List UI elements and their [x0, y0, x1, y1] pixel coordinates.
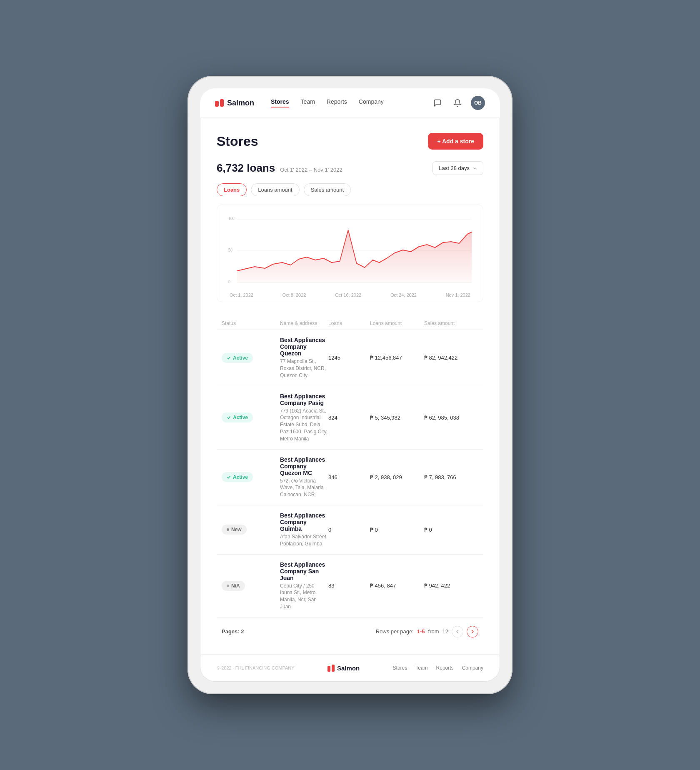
- stats-count: 6,732 loans Oct 1' 2022 – Nov 1' 2022: [217, 162, 342, 175]
- chart-container: 100 50 0: [217, 205, 483, 302]
- add-store-button[interactable]: + Add a store: [428, 133, 483, 150]
- loans-amount-cell: ₱ 0: [370, 527, 424, 533]
- loans-amount-cell: ₱ 2, 938, 029: [370, 474, 424, 480]
- nav-actions: OB: [431, 96, 485, 110]
- col-sales-amount: Sales amount: [424, 320, 478, 326]
- loans-cell: 346: [328, 474, 370, 480]
- loans-cell: 1245: [328, 355, 370, 361]
- nav-stores[interactable]: Stores: [271, 98, 289, 108]
- pagination-prev-button[interactable]: [452, 626, 463, 638]
- stats-period: Oct 1' 2022 – Nov 1' 2022: [280, 167, 342, 173]
- status-badge: Active: [222, 472, 253, 482]
- table-row[interactable]: N/A Best Appliances Company San Juan Ceb…: [217, 555, 483, 618]
- user-avatar[interactable]: OB: [471, 96, 485, 110]
- x-label-4: Oct 24, 2022: [390, 292, 417, 298]
- loans-count: 6,732 loans: [217, 162, 275, 175]
- page-header: Stores + Add a store: [217, 133, 483, 150]
- loans-cell: 0: [328, 527, 370, 533]
- sales-amount-cell: ₱ 0: [424, 527, 478, 533]
- table-header: Status Name & address Loans Loans amount…: [217, 317, 483, 330]
- table-row[interactable]: Active Best Appliances Company Quezon MC…: [217, 450, 483, 505]
- name-cell: Best Appliances Company Pasig 779 (162) …: [280, 393, 328, 442]
- sales-amount-cell: ₱ 942, 422: [424, 582, 478, 589]
- status-badge: N/A: [222, 581, 245, 591]
- name-cell: Best Appliances Company Guimba Afan Salv…: [280, 512, 328, 548]
- footer-logo: Salmon: [328, 665, 360, 672]
- pagination-next-button[interactable]: [467, 626, 478, 638]
- nav-team[interactable]: Team: [301, 98, 315, 108]
- status-cell: Active: [222, 412, 280, 422]
- chart-svg: 100 50 0: [225, 213, 475, 288]
- status-badge: New: [222, 525, 247, 535]
- chat-icon[interactable]: [431, 96, 444, 110]
- main-content: Stores + Add a store 6,732 loans Oct 1' …: [200, 118, 500, 654]
- status-cell: N/A: [222, 581, 280, 591]
- col-status: Status: [222, 320, 280, 326]
- x-label-1: Oct 1, 2022: [230, 292, 253, 298]
- pagination-pages: Pages: 2: [222, 628, 244, 635]
- footer-nav-team[interactable]: Team: [415, 665, 428, 671]
- nav-links: Stores Team Reports Company: [271, 98, 431, 108]
- pagination: Pages: 2 Rows per page: 1-5 from 12: [217, 618, 483, 638]
- tab-loans-amount[interactable]: Loans amount: [251, 183, 299, 196]
- logo[interactable]: Salmon: [215, 99, 254, 108]
- page-title: Stores: [217, 134, 258, 149]
- date-filter-button[interactable]: Last 28 days: [432, 161, 483, 175]
- nav-company[interactable]: Company: [359, 98, 384, 108]
- navbar: Salmon Stores Team Reports Company OB: [200, 88, 500, 118]
- footer-nav: Stores Team Reports Company: [393, 665, 483, 671]
- tab-loans[interactable]: Loans: [217, 183, 247, 196]
- x-label-5: Nov 1, 2022: [446, 292, 470, 298]
- table-row[interactable]: Active Best Appliances Company Quezon 77…: [217, 330, 483, 386]
- loans-cell: 824: [328, 415, 370, 421]
- footer-nav-reports[interactable]: Reports: [436, 665, 454, 671]
- loans-amount-cell: ₱ 5, 345,982: [370, 415, 424, 421]
- status-badge: Active: [222, 412, 253, 422]
- footer-nav-company[interactable]: Company: [462, 665, 483, 671]
- stores-table: Status Name & address Loans Loans amount…: [217, 317, 483, 618]
- footer-copyright: © 2022 · FHL FINANCING COMPANY: [217, 665, 295, 670]
- table-row[interactable]: New Best Appliances Company Guimba Afan …: [217, 505, 483, 555]
- status-cell: Active: [222, 472, 280, 482]
- nav-reports[interactable]: Reports: [327, 98, 347, 108]
- x-label-3: Oct 16, 2022: [335, 292, 361, 298]
- x-label-2: Oct 8, 2022: [282, 292, 306, 298]
- svg-text:100: 100: [228, 216, 235, 221]
- loans-amount-cell: ₱ 12,456,847: [370, 355, 424, 361]
- loans-cell: 83: [328, 582, 370, 589]
- table-row[interactable]: Active Best Appliances Company Pasig 779…: [217, 386, 483, 450]
- footer-logo-icon: [328, 665, 335, 672]
- footer: © 2022 · FHL FINANCING COMPANY Salmon St…: [200, 654, 500, 682]
- footer-logo-text: Salmon: [337, 665, 360, 672]
- name-cell: Best Appliances Company Quezon MC 572, c…: [280, 456, 328, 498]
- loans-amount-cell: ₱ 456, 847: [370, 582, 424, 589]
- status-badge: Active: [222, 353, 253, 363]
- name-cell: Best Appliances Company San Juan Cebu Ci…: [280, 561, 328, 610]
- tab-sales-amount[interactable]: Sales amount: [304, 183, 351, 196]
- chart-tabs: Loans Loans amount Sales amount: [217, 183, 483, 196]
- logo-text: Salmon: [227, 99, 254, 108]
- pagination-right: Rows per page: 1-5 from 12: [376, 626, 478, 638]
- svg-text:0: 0: [228, 280, 230, 285]
- logo-icon: [215, 99, 224, 107]
- svg-text:50: 50: [228, 248, 232, 253]
- bell-icon[interactable]: [451, 96, 464, 110]
- col-loans-amount: Loans amount: [370, 320, 424, 326]
- status-cell: Active: [222, 353, 280, 363]
- sales-amount-cell: ₱ 82, 942,422: [424, 355, 478, 361]
- footer-nav-stores[interactable]: Stores: [393, 665, 408, 671]
- stats-bar: 6,732 loans Oct 1' 2022 – Nov 1' 2022 La…: [217, 161, 483, 175]
- name-cell: Best Appliances Company Quezon 77 Magnol…: [280, 337, 328, 379]
- status-cell: New: [222, 525, 280, 535]
- sales-amount-cell: ₱ 7, 983, 766: [424, 474, 478, 480]
- sales-amount-cell: ₱ 62, 985, 038: [424, 415, 478, 421]
- chart-x-labels: Oct 1, 2022 Oct 8, 2022 Oct 16, 2022 Oct…: [225, 290, 475, 298]
- col-name: Name & address: [280, 320, 328, 326]
- col-loans: Loans: [328, 320, 370, 326]
